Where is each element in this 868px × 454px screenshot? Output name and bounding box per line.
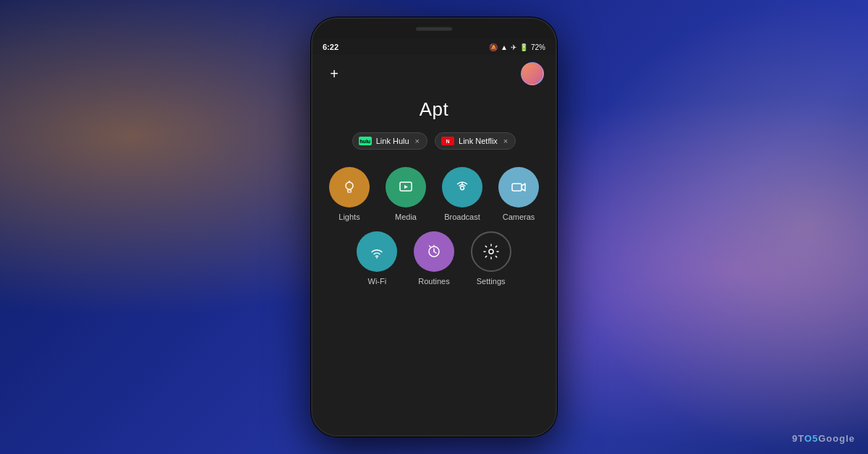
routines-icon-circle bbox=[414, 231, 454, 272]
wifi-icon-circle bbox=[357, 231, 397, 272]
svg-point-8 bbox=[376, 257, 378, 259]
media-label: Media bbox=[395, 213, 417, 221]
app-title: Apt bbox=[420, 98, 449, 121]
airplane-icon: ✈ bbox=[511, 43, 516, 51]
phone: 6:22 🔕 ▲ ✈ 🔋 72% + Apt bbox=[311, 17, 557, 437]
lights-svg bbox=[341, 179, 358, 196]
avatar[interactable] bbox=[521, 62, 544, 85]
netflix-logo: N bbox=[441, 137, 454, 145]
watermark-suffix: Google bbox=[818, 433, 855, 444]
watermark-accent: O5 bbox=[804, 433, 818, 444]
hulu-logo: hulu bbox=[359, 137, 372, 145]
link-chips: hulu Link Hulu × N Link Netflix × bbox=[352, 132, 516, 150]
svg-point-0 bbox=[346, 182, 353, 189]
grid-item-cameras[interactable]: Cameras bbox=[493, 167, 544, 221]
wifi-icon: ▲ bbox=[501, 43, 508, 51]
speaker bbox=[416, 27, 452, 31]
routines-label: Routines bbox=[418, 277, 449, 286]
icon-grid-row2: Wi-Fi Routines bbox=[352, 231, 516, 286]
status-icons: 🔕 ▲ ✈ 🔋 72% bbox=[489, 43, 545, 51]
media-icon-circle bbox=[386, 167, 426, 207]
cameras-svg bbox=[510, 179, 527, 196]
icon-grid-row1: Lights Media bbox=[324, 167, 544, 221]
media-svg bbox=[397, 179, 414, 196]
status-time: 6:22 bbox=[323, 43, 339, 51]
wifi-svg bbox=[368, 243, 386, 260]
mute-icon: 🔕 bbox=[489, 43, 498, 51]
cameras-label: Cameras bbox=[503, 213, 535, 221]
lights-icon-circle bbox=[329, 167, 370, 207]
svg-point-13 bbox=[489, 249, 493, 254]
broadcast-icon-circle bbox=[442, 167, 482, 207]
wifi-label: Wi-Fi bbox=[368, 277, 387, 286]
grid-item-broadcast[interactable]: Broadcast bbox=[437, 167, 488, 221]
settings-label: Settings bbox=[477, 277, 506, 286]
routines-svg bbox=[425, 243, 443, 260]
svg-rect-7 bbox=[512, 184, 522, 191]
grid-item-media[interactable]: Media bbox=[380, 167, 431, 221]
grid-item-settings[interactable]: Settings bbox=[465, 231, 516, 286]
svg-line-11 bbox=[434, 252, 436, 253]
phone-wrapper: 6:22 🔕 ▲ ✈ 🔋 72% + Apt bbox=[311, 17, 557, 437]
broadcast-svg bbox=[454, 179, 471, 196]
cameras-icon-circle bbox=[498, 167, 539, 207]
broadcast-label: Broadcast bbox=[444, 213, 480, 221]
main-content: Apt hulu Link Hulu × N Link Netflix × bbox=[312, 91, 556, 435]
watermark-text: 9T bbox=[792, 433, 804, 444]
screen: + Apt hulu Link Hulu × N Lin bbox=[312, 55, 556, 435]
watermark: 9TO5Google bbox=[792, 433, 855, 444]
chip-netflix-close[interactable]: × bbox=[503, 137, 508, 145]
phone-top-bar bbox=[312, 19, 556, 39]
chip-hulu[interactable]: hulu Link Hulu × bbox=[352, 132, 427, 150]
settings-icon-circle bbox=[471, 231, 511, 272]
hand-background bbox=[564, 0, 868, 454]
battery-percent: 72% bbox=[531, 43, 545, 51]
chip-netflix-label: Link Netflix bbox=[459, 137, 498, 145]
svg-point-4 bbox=[461, 187, 464, 190]
grid-item-lights[interactable]: Lights bbox=[324, 167, 375, 221]
lights-label: Lights bbox=[339, 213, 359, 221]
chip-hulu-label: Link Hulu bbox=[376, 137, 409, 145]
grid-item-routines[interactable]: Routines bbox=[409, 231, 460, 286]
grid-item-wifi[interactable]: Wi-Fi bbox=[352, 231, 403, 286]
svg-marker-3 bbox=[404, 185, 408, 189]
chip-netflix[interactable]: N Link Netflix × bbox=[435, 132, 516, 150]
chip-hulu-close[interactable]: × bbox=[415, 137, 420, 145]
add-button[interactable]: + bbox=[324, 64, 344, 84]
top-nav: + bbox=[312, 55, 556, 91]
battery-icon: 🔋 bbox=[519, 43, 528, 51]
status-bar: 6:22 🔕 ▲ ✈ 🔋 72% bbox=[312, 39, 556, 55]
settings-svg bbox=[482, 243, 500, 260]
avatar-image bbox=[522, 64, 542, 84]
